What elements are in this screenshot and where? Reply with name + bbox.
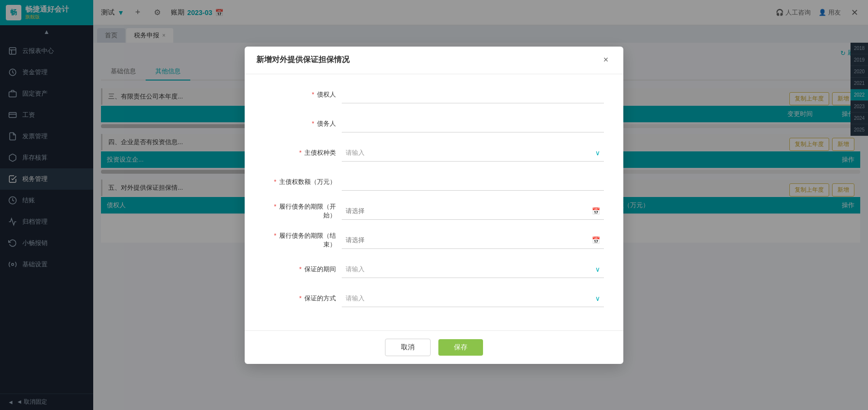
form-label-creditor: * 债权人 <box>264 90 342 99</box>
cancel-button[interactable]: 取消 <box>385 339 431 356</box>
form-date-start[interactable] <box>342 202 604 220</box>
modal-body: * 债权人 * 债务人 * 主债权种类 <box>245 74 623 330</box>
form-select-claim-type[interactable]: 请输入 <box>342 144 604 162</box>
form-field-debtor: * 债务人 <box>264 115 604 132</box>
form-field-start-date: * 履行债务的期限（开始） 📅 <box>264 202 604 220</box>
modal-overlay[interactable]: 新增对外提供保证担保情况 × * 债权人 * 债务人 <box>0 0 868 410</box>
form-date-wrapper-end: 📅 <box>342 231 604 249</box>
form-label-end-date: * 履行债务的期限（结束） <box>264 231 342 249</box>
modal: 新增对外提供保证担保情况 × * 债权人 * 债务人 <box>245 47 623 364</box>
form-select-wrapper-guarantee-method: 请输入 ∨ <box>342 290 604 307</box>
form-label-claim-type: * 主债权种类 <box>264 148 342 157</box>
form-input-claim-amount[interactable] <box>342 173 604 191</box>
form-label-guarantee-period: * 保证的期间 <box>264 265 342 274</box>
form-date-end[interactable] <box>342 231 604 249</box>
form-label-claim-amount: * 主债权数额（万元） <box>264 178 342 186</box>
form-field-guarantee-method: * 保证的方式 请输入 ∨ <box>264 290 604 307</box>
modal-footer: 取消 保存 <box>245 330 623 364</box>
form-field-creditor: * 债权人 <box>264 86 604 103</box>
form-field-claim-amount: * 主债权数额（万元） <box>264 173 604 191</box>
modal-header: 新增对外提供保证担保情况 × <box>245 47 623 74</box>
form-select-wrapper-claim-type: 请输入 ∨ <box>342 144 604 162</box>
form-input-debtor[interactable] <box>342 115 604 132</box>
form-select-guarantee-period[interactable]: 请输入 <box>342 261 604 278</box>
form-label-debtor: * 债务人 <box>264 119 342 128</box>
save-button[interactable]: 保存 <box>438 339 483 356</box>
form-label-start-date: * 履行债务的期限（开始） <box>264 202 342 220</box>
form-select-wrapper-guarantee-period: 请输入 ∨ <box>342 261 604 278</box>
modal-close-button[interactable]: × <box>600 54 612 66</box>
form-field-guarantee-period: * 保证的期间 请输入 ∨ <box>264 261 604 278</box>
form-select-guarantee-method[interactable]: 请输入 <box>342 290 604 307</box>
form-date-wrapper-start: 📅 <box>342 202 604 220</box>
modal-title: 新增对外提供保证担保情况 <box>256 55 350 65</box>
form-field-claim-type: * 主债权种类 请输入 ∨ <box>264 144 604 162</box>
form-input-creditor[interactable] <box>342 86 604 103</box>
form-field-end-date: * 履行债务的期限（结束） 📅 <box>264 231 604 249</box>
form-label-guarantee-method: * 保证的方式 <box>264 294 342 303</box>
